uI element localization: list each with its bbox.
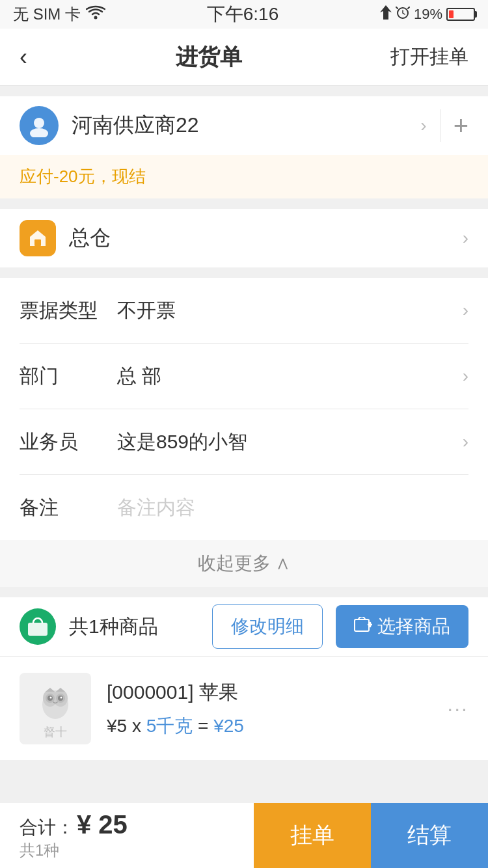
- salesperson-label: 业务员: [20, 429, 111, 455]
- section-separator-2: [0, 198, 488, 209]
- department-chevron-icon: ›: [463, 366, 468, 387]
- select-product-label: 选择商品: [377, 614, 450, 639]
- location-icon: [380, 5, 392, 23]
- svg-point-16: [50, 697, 52, 699]
- product-thumbnail: 督十: [20, 673, 91, 744]
- supplier-avatar: [20, 106, 59, 145]
- add-supplier-button[interactable]: +: [454, 111, 468, 141]
- department-label: 部门: [20, 363, 111, 390]
- remark-row[interactable]: 备注 备注内容: [0, 475, 488, 540]
- invoice-type-value: 不开票: [111, 297, 463, 324]
- svg-point-3: [30, 128, 48, 137]
- select-product-icon: [354, 616, 372, 637]
- settle-button[interactable]: 结算: [371, 803, 488, 868]
- divider: [440, 109, 441, 142]
- form-section: 票据类型 不开票 › 部门 总 部 › 业务员 这是859的小智 › 备注 备注…: [0, 278, 488, 540]
- warehouse-section: 总仓 ›: [0, 209, 488, 267]
- product-code: [0000001]: [107, 681, 193, 703]
- bottom-total-section: 合计： ¥ 25 共1种: [0, 803, 254, 868]
- warehouse-name: 总仓: [69, 224, 463, 252]
- product-title: 苹果: [199, 681, 238, 703]
- remark-label: 备注: [20, 495, 111, 521]
- notice-bar: 应付-20元，现结: [0, 155, 488, 198]
- svg-point-17: [61, 697, 62, 699]
- total-label: 合计：: [20, 815, 74, 840]
- salesperson-value: 这是859的小智: [111, 429, 463, 455]
- svg-rect-5: [28, 623, 47, 636]
- section-separator-3: [0, 267, 488, 278]
- product-total: ¥25: [213, 716, 244, 736]
- invoice-type-row[interactable]: 票据类型 不开票 ›: [0, 278, 488, 343]
- total-amount: ¥ 25: [77, 810, 128, 839]
- product-equals-icon: =: [198, 716, 213, 736]
- svg-point-0: [94, 16, 98, 20]
- status-bar: 无 SIM 卡 下午6:16 19%: [0, 0, 488, 29]
- supplier-name: 河南供应商22: [72, 111, 420, 140]
- battery-percent: 19%: [414, 6, 442, 23]
- product-quantity: 5千克: [146, 716, 193, 736]
- supplier-section: 河南供应商22 › + 应付-20元，现结: [0, 96, 488, 198]
- svg-point-2: [34, 118, 44, 128]
- hang-order-button[interactable]: 挂单: [254, 803, 371, 868]
- battery-icon: [446, 8, 475, 21]
- invoice-type-chevron-icon: ›: [463, 300, 468, 321]
- product-info: [0000001] 苹果 ¥5 x 5千克 = ¥25: [107, 679, 447, 739]
- select-product-button[interactable]: 选择商品: [336, 605, 468, 648]
- svg-rect-6: [355, 619, 369, 631]
- nav-bar: ‹ 进货单 打开挂单: [0, 29, 488, 86]
- product-multiply-icon: x: [132, 716, 146, 736]
- warehouse-icon: [20, 220, 56, 256]
- invoice-type-label: 票据类型: [20, 297, 111, 324]
- collapse-label: 收起更多 ∧: [198, 551, 291, 576]
- department-row[interactable]: 部门 总 部 ›: [0, 344, 488, 409]
- svg-rect-4: [34, 239, 41, 246]
- status-right: 19%: [380, 5, 475, 23]
- product-price-detail: ¥5 x 5千克 = ¥25: [107, 714, 447, 739]
- collapse-bar[interactable]: 收起更多 ∧: [0, 540, 488, 587]
- wifi-icon: [86, 5, 105, 23]
- carrier-label: 无 SIM 卡: [13, 4, 81, 25]
- alarm-icon: [396, 5, 410, 23]
- page-title: 进货单: [176, 42, 242, 72]
- product-count-label: 共1种商品: [69, 614, 199, 640]
- department-value: 总 部: [111, 363, 463, 390]
- bottom-bar: 合计： ¥ 25 共1种 挂单 结算: [0, 803, 488, 868]
- edit-detail-button[interactable]: 修改明细: [212, 604, 323, 649]
- salesperson-row[interactable]: 业务员 这是859的小智 ›: [0, 409, 488, 474]
- supplier-chevron-icon: ›: [420, 115, 426, 136]
- salesperson-chevron-icon: ›: [463, 431, 468, 452]
- back-button[interactable]: ‹: [20, 44, 27, 71]
- product-header: 共1种商品 修改明细 选择商品: [0, 597, 488, 656]
- total-sub-label: 共1种: [20, 840, 234, 861]
- status-left: 无 SIM 卡: [13, 4, 105, 25]
- warehouse-row[interactable]: 总仓 ›: [0, 209, 488, 267]
- product-unit-price: ¥5: [107, 716, 127, 736]
- open-hang-button[interactable]: 打开挂单: [390, 44, 468, 70]
- product-name: [0000001] 苹果: [107, 679, 447, 706]
- remark-value: 备注内容: [111, 495, 468, 521]
- status-time: 下午6:16: [207, 2, 279, 27]
- notice-text: 应付-20元，现结: [20, 167, 146, 186]
- supplier-row[interactable]: 河南供应商22 › +: [0, 96, 488, 155]
- warehouse-chevron-icon: ›: [463, 228, 468, 249]
- product-section-icon: [20, 608, 56, 645]
- section-separator-1: [0, 86, 488, 96]
- product-item: 督十 [0000001] 苹果 ¥5 x 5千克 = ¥25 ···: [0, 657, 488, 760]
- product-more-button[interactable]: ···: [447, 697, 468, 721]
